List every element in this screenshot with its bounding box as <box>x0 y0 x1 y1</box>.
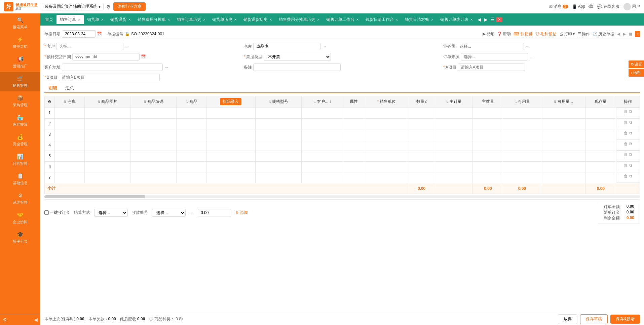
row-product[interactable] <box>177 161 206 172</box>
sidebar-item-newbie[interactable]: 🎓 新手引导 <box>0 228 40 247</box>
row-qty2[interactable] <box>408 140 435 151</box>
row-available[interactable] <box>503 161 541 172</box>
tab-close-icon[interactable]: ✕ <box>356 18 359 22</box>
tab-expense-history[interactable]: 销售费用分摊单历史 ✕ <box>275 15 323 24</box>
row-scan[interactable] <box>206 161 255 172</box>
one-click-order-checkbox[interactable]: 一键收订金 <box>44 210 70 215</box>
row-code[interactable] <box>130 118 177 129</box>
solution-button[interactable]: 体验行业方案 <box>113 2 146 11</box>
row-qty2[interactable] <box>408 108 435 119</box>
row-spec[interactable] <box>255 129 301 140</box>
row-qty2[interactable] <box>408 172 435 183</box>
row-main-unit[interactable] <box>435 151 473 161</box>
address-dots-icon[interactable]: ··· <box>165 65 168 70</box>
user-avatar[interactable]: 用户 <box>623 3 640 10</box>
copy-icon[interactable]: ⧉ <box>629 174 632 181</box>
tab-goods[interactable]: 销货单 ✕ <box>84 15 107 24</box>
sort-icon2[interactable]: ⇅ <box>98 100 100 104</box>
message-btn[interactable]: ✉ 消息 9 <box>549 4 568 9</box>
row-image[interactable] <box>84 172 130 183</box>
salesperson-input[interactable] <box>457 43 524 50</box>
tab-return-history[interactable]: 销货退货历史 ✕ <box>240 15 275 24</box>
shortcut-btn[interactable]: ⌨ 快捷键 <box>514 31 532 37</box>
tab-close-icon[interactable]: ✕ <box>269 18 272 22</box>
row-main-unit[interactable] <box>435 161 473 172</box>
app-download-btn[interactable]: 📱 App下载 <box>572 4 593 9</box>
tab-workbench[interactable]: 销售订单工作台 ✕ <box>323 15 362 24</box>
copy-icon[interactable]: ⧉ <box>629 131 632 138</box>
scan-btn[interactable]: 扫码录入 <box>220 98 241 105</box>
row-customer-code[interactable] <box>301 172 343 183</box>
sort-icon9[interactable]: ⇅ <box>554 100 556 104</box>
row-available[interactable] <box>503 151 541 161</box>
calendar2-icon[interactable]: 📅 <box>141 54 146 59</box>
row-stock[interactable] <box>585 151 616 161</box>
tab-goods-history[interactable]: 销货单历史 ✕ <box>209 15 240 24</box>
copy-icon[interactable]: ⧉ <box>629 152 632 160</box>
row-scan[interactable] <box>206 172 255 183</box>
row-warehouse[interactable] <box>55 161 85 172</box>
row-image[interactable] <box>84 108 130 119</box>
operations-btn[interactable]: ☰ 操作 <box>577 31 590 37</box>
row-code[interactable] <box>130 108 177 119</box>
delivery-date-input[interactable] <box>72 53 140 60</box>
row-attr[interactable] <box>343 108 365 119</box>
tab-close-icon[interactable]: ✕ <box>234 18 237 22</box>
row-product[interactable] <box>177 151 206 161</box>
row-main-qty[interactable] <box>473 151 503 161</box>
row-available2[interactable] <box>541 151 586 161</box>
tab-next-btn[interactable]: ▶ <box>483 17 489 22</box>
row-available[interactable] <box>503 118 541 129</box>
row-spec[interactable] <box>255 118 301 129</box>
tab-close-icon[interactable]: ✕ <box>78 18 80 22</box>
order-source-dots-icon[interactable]: ··· <box>530 54 533 59</box>
delete-icon[interactable]: 🗑 <box>624 131 628 138</box>
invoice-type-select[interactable]: 不开票 增值税普通发票 增值税专用发票 <box>264 53 331 61</box>
row-qty2[interactable] <box>408 129 435 140</box>
row-spec[interactable] <box>255 172 301 183</box>
tab-daily-clear[interactable]: 钱货日清工作台 ✕ <box>362 15 402 24</box>
row-main-unit[interactable] <box>435 140 473 151</box>
save-draft-button[interactable]: 保存草稿 <box>580 314 608 324</box>
row-attr[interactable] <box>343 129 365 140</box>
sidebar-item-finance[interactable]: 💰 资金管理 <box>0 130 40 150</box>
sort-icon7[interactable]: ⇅ <box>446 100 449 104</box>
row-product[interactable] <box>177 172 206 183</box>
row-available2[interactable] <box>541 172 586 183</box>
sort-icon5[interactable]: ⇅ <box>268 100 271 104</box>
row-main-unit[interactable] <box>435 129 473 140</box>
row-stock[interactable] <box>585 161 616 172</box>
row-image[interactable] <box>84 151 130 161</box>
row-spec[interactable] <box>255 151 301 161</box>
row-code[interactable] <box>130 151 177 161</box>
row-product[interactable] <box>177 129 206 140</box>
delete-icon[interactable]: 🗑 <box>624 141 628 149</box>
row-customer-code[interactable] <box>301 161 343 172</box>
tab-close-icon[interactable]: ✕ <box>128 18 131 22</box>
help-btn[interactable]: ❓ 帮助 <box>497 31 511 37</box>
date-input[interactable] <box>62 30 96 38</box>
delete-icon[interactable]: 🗑 <box>624 163 628 170</box>
row-available[interactable] <box>503 129 541 140</box>
tab-menu-btn[interactable]: ☰ <box>489 17 496 22</box>
sidebar-collapse-btn[interactable]: ◀ <box>34 317 38 322</box>
nav-prev-btn[interactable]: ◀ <box>617 32 620 36</box>
row-stock[interactable] <box>585 129 616 140</box>
tab-close-icon[interactable]: ✕ <box>101 18 104 22</box>
sidebar-item-sales[interactable]: 🛒 销售管理 <box>0 72 40 91</box>
row-scan[interactable] <box>206 140 255 151</box>
row-customer-code[interactable] <box>301 140 343 151</box>
notes-input[interactable] <box>253 64 341 71</box>
row-main-qty[interactable] <box>473 161 503 172</box>
tab-close-all-btn[interactable]: ✕ <box>496 17 502 22</box>
row-attr[interactable] <box>343 172 365 183</box>
row-customer-code[interactable] <box>301 151 343 161</box>
row-warehouse[interactable] <box>55 108 85 119</box>
tab-expense[interactable]: 销售费用分摊单 ✕ <box>134 15 174 24</box>
row-image[interactable] <box>84 129 130 140</box>
list-view-icon[interactable]: ≡ <box>635 31 640 37</box>
row-product[interactable] <box>177 118 206 129</box>
tab-report[interactable]: 销售订单统计表 ✕ <box>437 15 476 24</box>
row-available2[interactable] <box>541 129 586 140</box>
delete-icon[interactable]: 🗑 <box>624 109 628 117</box>
